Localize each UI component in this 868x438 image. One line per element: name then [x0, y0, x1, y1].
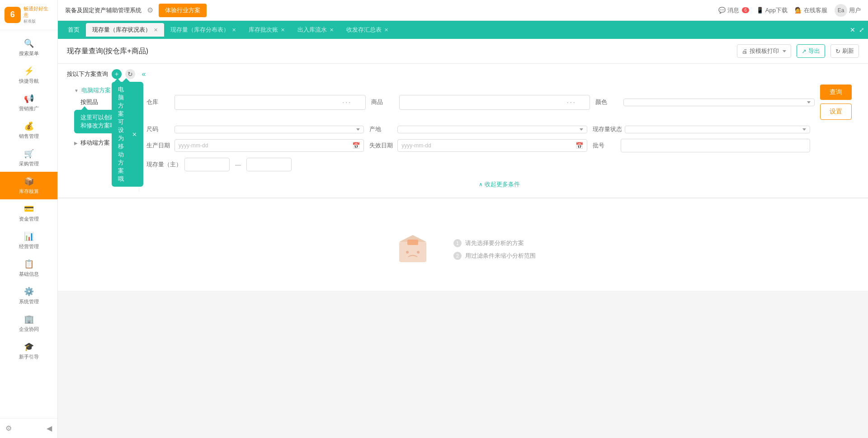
refresh-button[interactable]: ↻ 刷新	[830, 44, 859, 58]
stock-qty-min[interactable]	[184, 158, 230, 171]
empty-tip-2: 2 用过滤条件来缩小分析范围	[453, 252, 536, 260]
filter-origin: 产地	[369, 125, 587, 133]
tab-home[interactable]: 首页	[61, 23, 86, 37]
tab-inout[interactable]: 出入库流水 ✕	[291, 23, 340, 37]
sidebar-item-basic[interactable]: 📋 基础信息	[0, 254, 57, 282]
sidebar-item-search-label: 搜索菜单	[19, 50, 39, 57]
filter-row-4: 现存量（主） —	[146, 158, 852, 171]
color-caret-icon	[807, 101, 811, 104]
tab-batch-close[interactable]: ✕	[281, 27, 285, 33]
filter-row-3: 生产日期 yyyy-mm-dd 📅 失效日期 yyyy-mm-dd 📅	[146, 139, 852, 152]
add-tooltip-close[interactable]: ✕	[132, 131, 137, 138]
header-right: 💬 消息 6 📱 App下载 💁 在线客服 Ea 用户	[718, 4, 861, 17]
query-button[interactable]: 查询	[820, 85, 852, 100]
sidebar-item-finance[interactable]: 💳 资金管理	[0, 199, 57, 227]
sidebar-item-guide[interactable]: 🎓 新手引导	[0, 337, 57, 365]
stock-status-select[interactable]	[625, 126, 810, 133]
app-download-item[interactable]: 📱 App下载	[756, 6, 788, 14]
tabs-bar: 首页 现存量（库存状况表） ✕ 现存量（库存分布表） ✕ 库存批次账 ✕ 出入库…	[58, 21, 868, 39]
goods-input[interactable]: ···	[399, 95, 590, 110]
tab-recv[interactable]: 收发存汇总表 ✕	[340, 23, 395, 37]
filter-expire-date: 失效日期 yyyy-mm-dd 📅	[369, 139, 587, 152]
message-icon: 💬	[718, 7, 726, 14]
stock-status-caret-icon	[802, 128, 806, 131]
sidebar-item-basic-label: 基础信息	[19, 271, 39, 278]
sidebar-item-system-label: 系统管理	[19, 298, 39, 305]
print-button[interactable]: 🖨 按模板打印	[737, 44, 791, 58]
finance-nav-icon: 💳	[24, 204, 34, 214]
prod-date-calendar-icon[interactable]: 📅	[352, 142, 360, 149]
sidebar-item-enterprise[interactable]: 🏢 企业协同	[0, 310, 57, 337]
warehouse-input[interactable]: ···	[175, 95, 366, 110]
collapse-filters-button[interactable]: ∧ 收起更多条件	[146, 177, 852, 192]
tip1-num: 1	[453, 239, 462, 247]
filter-batch-no: 批号	[593, 139, 810, 152]
filter-area: 按以下方案查询 ＋ 电脑方案可设为移动方案哦 ✕ ↻ «	[58, 64, 868, 198]
settings-icon[interactable]: ⚙	[5, 424, 12, 433]
tip2-text: 用过滤条件来缩小分析范围	[465, 252, 536, 260]
print-label: 按模板打印	[750, 47, 779, 55]
warehouse-dots: ···	[342, 98, 352, 107]
batch-no-input[interactable]	[621, 139, 810, 152]
online-service-item[interactable]: 💁 在线客服	[795, 6, 827, 14]
logo-badge: 标准版	[24, 19, 53, 24]
tabs-right: ✕ ⤢	[850, 26, 864, 33]
tab-stock-dist-close[interactable]: ✕	[232, 27, 236, 33]
collapse-up-icon: ∧	[479, 181, 483, 188]
sidebar-item-purchase-label: 采购管理	[19, 160, 39, 167]
industry-button[interactable]: 体验行业方案	[159, 4, 207, 17]
pc-arrow-icon: ▼	[74, 88, 79, 93]
sidebar-item-purchase[interactable]: 🛒 采购管理	[0, 144, 57, 172]
sidebar-item-system[interactable]: ⚙️ 系统管理	[0, 282, 57, 310]
stock-status-label: 现存量状态	[593, 125, 622, 133]
sidebar-item-quick[interactable]: ⚡ 快捷导航	[0, 61, 57, 89]
sidebar-item-sales[interactable]: 💰 销售管理	[0, 117, 57, 144]
refresh-schema-button[interactable]: ↻	[125, 69, 135, 79]
stock-qty-max[interactable]	[246, 158, 292, 171]
prod-date-input[interactable]: yyyy-mm-dd 📅	[175, 139, 364, 152]
sidebar-item-marketing[interactable]: 📢 营销推广	[0, 89, 57, 117]
add-schema-button[interactable]: ＋ 电脑方案可设为移动方案哦 ✕	[112, 69, 122, 79]
sidebar-item-enterprise-label: 企业协同	[19, 326, 39, 333]
tab-batch-label: 库存批次账	[249, 26, 278, 34]
user-item[interactable]: Ea 用户	[835, 4, 861, 17]
size-select[interactable]	[175, 126, 364, 133]
sidebar-item-inventory[interactable]: 📦 库存核算	[0, 172, 57, 199]
print-icon: 🖨	[742, 48, 748, 55]
big-filter-area: ▼ 电脑端方案 按照品 这里可以创建和修改方案哦 ✕ ▶ 移动端方案	[67, 85, 859, 192]
export-button[interactable]: ↗ 导出	[797, 44, 825, 58]
tab-stock-dist[interactable]: 现存量（库存分布表） ✕	[164, 23, 242, 37]
origin-select[interactable]	[397, 126, 587, 133]
back-schema-button[interactable]: «	[139, 69, 149, 79]
set-button[interactable]: 设置	[820, 104, 852, 120]
close-all-icon[interactable]: ✕	[850, 26, 855, 33]
sidebar-item-quick-label: 快捷导航	[19, 78, 39, 85]
basic-nav-icon: 📋	[24, 259, 34, 269]
tab-stock-status[interactable]: 现存量（库存状况表） ✕	[86, 23, 164, 37]
sidebar-item-sales-label: 销售管理	[19, 133, 39, 140]
color-select[interactable]	[623, 99, 815, 106]
add-tooltip-text: 电脑方案可设为移动方案哦	[118, 85, 124, 183]
message-item[interactable]: 💬 消息 6	[718, 6, 749, 14]
tab-inout-close[interactable]: ✕	[330, 27, 334, 33]
sidebar-nav: 🔍 搜索菜单 ⚡ 快捷导航 📢 营销推广 💰 销售管理 🛒 采购管理 📦 库存核…	[0, 30, 57, 418]
page-header: 现存量查询(按仓库+商品) 🖨 按模板打印 ↗ 导出 ↻ 刷新	[58, 39, 868, 64]
tab-recv-close[interactable]: ✕	[384, 27, 388, 33]
expire-date-input[interactable]: yyyy-mm-dd 📅	[397, 139, 587, 152]
inventory-nav-icon: 📦	[24, 176, 34, 186]
prod-date-label: 生产日期	[146, 141, 172, 150]
expand-tabs-icon[interactable]: ⤢	[859, 26, 864, 33]
expire-date-calendar-icon[interactable]: 📅	[576, 142, 583, 149]
sidebar-item-search[interactable]: 🔍 搜索菜单	[0, 34, 57, 61]
collapse-sidebar-icon[interactable]: ◀	[47, 424, 52, 433]
sidebar-item-operations[interactable]: 📊 经营管理	[0, 227, 57, 254]
svg-rect-2	[407, 240, 418, 245]
tab-batch[interactable]: 库存批次账 ✕	[242, 23, 291, 37]
settings-icon[interactable]: ⚙	[147, 6, 153, 14]
add-tooltip: 电脑方案可设为移动方案哦 ✕	[112, 82, 143, 187]
tab-stock-status-close[interactable]: ✕	[154, 27, 158, 33]
filter-fields: 仓库 ··· 商品 ··· 颜色	[139, 85, 859, 192]
refresh-label: 刷新	[842, 47, 854, 55]
logo-name: 畅通好好生意	[24, 5, 53, 19]
origin-label: 产地	[369, 125, 395, 133]
